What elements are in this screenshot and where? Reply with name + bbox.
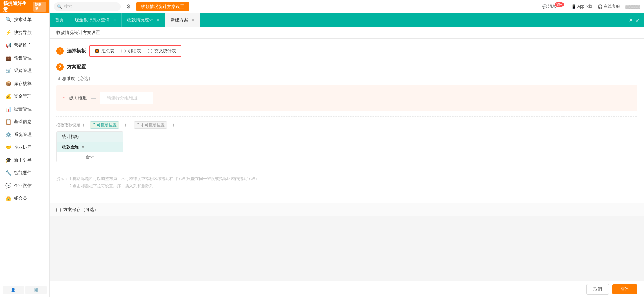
cancel-button[interactable]: 取消	[586, 284, 609, 295]
non-draggable-badge: ⠿ 不可拖动位置	[134, 121, 167, 129]
main-content: 🔍 搜索 ⚙ 收款情况统计方案设置 💬 消息 99+ 📱 App下载 🎧 在线客…	[50, 0, 644, 297]
sidebar-item-10[interactable]: 🤝企业协同	[0, 141, 49, 154]
tab-label-2: 收款情况统计	[127, 17, 153, 23]
tab-0[interactable]: 首页	[50, 13, 69, 27]
sidebar-settings-btn[interactable]: ⚙️	[25, 286, 47, 294]
sidebar-item-11[interactable]: 🎓新手引导	[0, 154, 49, 166]
sidebar-label-13: 企业微信	[14, 183, 32, 189]
close-all-icon[interactable]: ✕	[629, 17, 633, 23]
sidebar-icon-10: 🤝	[5, 144, 11, 150]
metrics-sep: ）	[124, 122, 128, 128]
radio-summary-label: 汇总表	[101, 48, 114, 54]
tab-1[interactable]: 现金银行流水查询✕	[69, 13, 122, 27]
sidebar-bottom: 👤 ⚙️	[0, 283, 49, 297]
radio-cross-input[interactable]	[148, 49, 152, 53]
step1-badge: 1	[56, 47, 64, 55]
sidebar-label-0: 搜索菜单	[14, 17, 32, 23]
sidebar-item-12[interactable]: 🔧智能硬件	[0, 166, 49, 179]
sidebar-icon-6: 💰	[5, 93, 11, 99]
sidebar-label-10: 企业协同	[14, 144, 32, 150]
sidebar-label-4: 采购管理	[14, 68, 32, 74]
dimension-area: * 纵向维度 — 请选择分组维度	[56, 85, 637, 111]
draggable-badge: ⠿ 可拖动位置	[90, 121, 119, 129]
dimension-row-label: 纵向维度	[69, 95, 87, 101]
tab-label-3: 新建方案	[171, 17, 188, 23]
metrics-label: 模板指标设定（	[56, 122, 85, 128]
sidebar-item-3[interactable]: 💼销售管理	[0, 52, 49, 64]
step2-badge: 2	[56, 63, 64, 71]
sidebar-icon-7: 📊	[5, 106, 11, 112]
dimension-title: 汇总维度（必选）	[58, 76, 637, 82]
search-icon: 🔍	[57, 4, 62, 9]
sidebar-label-2: 营销推广	[14, 42, 32, 48]
sidebar-label-12: 智能硬件	[14, 170, 32, 176]
sidebar-item-9[interactable]: ⚙️系统管理	[0, 128, 49, 141]
sidebar-item-2[interactable]: 📢营销推广	[0, 39, 49, 52]
save-checkbox[interactable]	[56, 208, 61, 212]
step2-title: 方案配置	[67, 64, 86, 70]
tab-close-2[interactable]: ✕	[157, 18, 160, 22]
col-header-label: 收款金额	[62, 144, 79, 150]
sidebar-icon-3: 💼	[5, 55, 11, 61]
tab-close-3[interactable]: ✕	[192, 18, 195, 22]
radio-summary[interactable]: 汇总表	[95, 48, 114, 54]
sidebar-icon-9: ⚙️	[5, 132, 11, 138]
app-download[interactable]: 📱 App下载	[571, 4, 592, 9]
step1-section: 1 选择模板 汇总表 明细表 交叉统计表	[56, 45, 637, 57]
sidebar-label-8: 基础信息	[14, 119, 32, 125]
search-bar[interactable]: 🔍 搜索	[54, 2, 121, 11]
metrics-section: 模板指标设定（ ⠿ 可拖动位置 ） ⠿ 不可拖动位置 ）	[56, 116, 637, 163]
sidebar-item-5[interactable]: 📦库存核算	[0, 77, 49, 90]
sidebar-label-7: 经营管理	[14, 106, 32, 112]
metrics-table: 统计指标 收款金额 ∨ 合计	[56, 131, 123, 162]
sidebar-item-1[interactable]: ⚡快捷导航	[0, 26, 49, 39]
hint1: 提示： 1.拖动标题栏可以调整布局，不可跨维度或指标区域拖动栏目字段(只能在同一…	[56, 175, 637, 183]
header: 🔍 搜索 ⚙ 收款情况统计方案设置 💬 消息 99+ 📱 App下载 🎧 在线客…	[50, 0, 644, 13]
tab-label-0: 首页	[55, 17, 64, 23]
radio-summary-input[interactable]	[95, 49, 99, 53]
sidebar-icon-14: 👑	[5, 195, 11, 201]
sidebar-item-6[interactable]: 💰资金管理	[0, 90, 49, 103]
sidebar-icon-5: 📦	[5, 81, 11, 87]
sidebar-item-0[interactable]: 🔍搜索菜单	[0, 13, 49, 26]
col-dropdown-arrow[interactable]: ∨	[82, 145, 84, 149]
sidebar-icon-11: 🎓	[5, 157, 11, 163]
settings-icon[interactable]: ⚙	[126, 3, 131, 10]
sidebar-item-4[interactable]: 🛒采购管理	[0, 64, 49, 77]
radio-detail[interactable]: 明细表	[121, 48, 141, 54]
metrics-col-header[interactable]: 收款金额 ∨	[57, 142, 123, 152]
radio-cross[interactable]: 交叉统计表	[148, 48, 176, 54]
step1-title: 选择模板	[67, 48, 86, 54]
save-section: 方案保存（可选）	[50, 203, 644, 216]
tab-label-1: 现金银行流水查询	[75, 17, 110, 23]
save-label: 方案保存（可选）	[63, 207, 98, 213]
query-button[interactable]: 查询	[612, 284, 637, 294]
sidebar: 畅捷通好生意 标准版 🔍搜索菜单⚡快捷导航📢营销推广💼销售管理🛒采购管理📦库存核…	[0, 0, 50, 297]
expand-icon[interactable]: ⤢	[636, 17, 640, 23]
radio-cross-label: 交叉统计表	[154, 48, 176, 54]
tab-2[interactable]: 收款情况统计✕	[122, 13, 165, 27]
app-icon: 📱	[571, 4, 576, 9]
tab-close-1[interactable]: ✕	[113, 18, 116, 22]
sidebar-icon-8: 📋	[5, 119, 11, 125]
sidebar-icon-12: 🔧	[5, 170, 11, 176]
metrics-close-paren: ）	[172, 122, 176, 128]
sidebar-label-1: 快捷导航	[14, 30, 32, 36]
required-star: *	[63, 96, 65, 101]
service-icon: 🎧	[598, 4, 603, 9]
sidebar-item-14[interactable]: 👑畅会员	[0, 192, 49, 205]
radio-detail-input[interactable]	[121, 49, 126, 53]
sidebar-item-7[interactable]: 📊经营管理	[0, 103, 49, 115]
online-service[interactable]: 🎧 在线客服	[598, 4, 620, 9]
sidebar-label-9: 系统管理	[14, 132, 32, 138]
form-container: 1 选择模板 汇总表 明细表 交叉统计表	[50, 39, 644, 203]
sidebar-profile-btn[interactable]: 👤	[3, 286, 24, 294]
radio-detail-label: 明细表	[128, 48, 141, 54]
dimension-select[interactable]: 请选择分组维度	[100, 92, 153, 104]
trial-btn[interactable]: 收款情况统计方案设置	[136, 2, 189, 11]
sidebar-item-8[interactable]: 📋基础信息	[0, 115, 49, 128]
sidebar-label-14: 畅会员	[14, 195, 27, 201]
tab-3[interactable]: 新建方案✕	[165, 13, 200, 27]
hint-section: 提示： 1.拖动标题栏可以调整布局，不可跨维度或指标区域拖动栏目字段(只能在同一…	[56, 170, 637, 190]
sidebar-item-13[interactable]: 💬企业微信	[0, 179, 49, 192]
